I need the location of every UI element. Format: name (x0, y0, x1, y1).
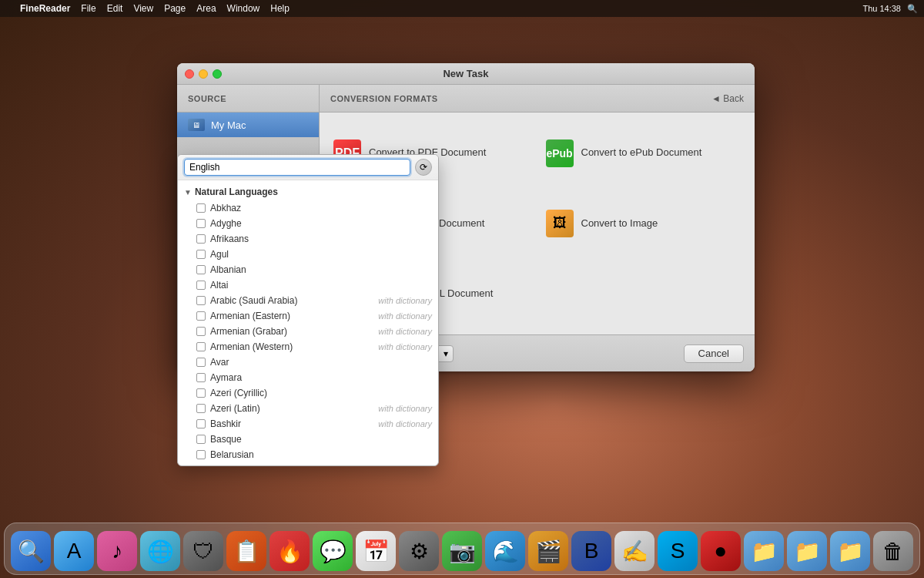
language-name: Arabic (Saudi Arabia) (210, 295, 373, 306)
language-list-item[interactable]: Azeri (Latin)with dictionary (178, 401, 438, 416)
language-list-item[interactable]: Arabic (Saudi Arabia)with dictionary (178, 293, 438, 308)
dock-icon-folder1[interactable]: 📁 (744, 531, 784, 571)
minimize-button[interactable] (199, 69, 208, 79)
cancel-button[interactable]: Cancel (684, 344, 744, 363)
dock-icon-skype[interactable]: S (658, 531, 698, 571)
dock-icon-folder2[interactable]: 📁 (787, 531, 827, 571)
language-search-button[interactable]: ⟳ (415, 159, 432, 176)
language-list-item[interactable]: Armenian (Western)with dictionary (178, 339, 438, 355)
language-list-item[interactable]: Adyghe (178, 216, 438, 231)
language-checkbox[interactable] (196, 450, 206, 459)
dock-icon-appstore[interactable]: A (54, 531, 94, 571)
language-name: Azeri (Latin) (210, 403, 373, 414)
language-name: Albanian (210, 264, 432, 275)
menu-page[interactable]: Page (164, 3, 186, 14)
content-header: CONVERSION FORMATS ◄ Back (320, 85, 755, 113)
dock-icon-folder3[interactable]: 📁 (830, 531, 870, 571)
dock-icon-red[interactable]: ● (701, 531, 741, 571)
language-checkbox[interactable] (196, 296, 206, 305)
dock-icon-settings[interactable]: ⚙ (399, 531, 439, 571)
language-checkbox[interactable] (196, 203, 206, 213)
menu-view[interactable]: View (133, 3, 153, 14)
menu-edit[interactable]: Edit (107, 3, 123, 14)
language-checkbox[interactable] (196, 311, 206, 321)
language-name: Altai (210, 280, 432, 291)
dock-icon-water[interactable]: 🌊 (485, 531, 525, 571)
menu-file[interactable]: File (81, 3, 95, 14)
format-item-img[interactable]: 🖼 Convert to Image (538, 189, 749, 257)
dock-icon-movie[interactable]: 🎬 (528, 531, 568, 571)
language-checkbox[interactable] (196, 373, 206, 382)
language-list-item[interactable]: Bashkirwith dictionary (178, 416, 438, 432)
window-titlebar: New Task (177, 63, 755, 85)
language-dict-label: with dictionary (378, 342, 432, 351)
menu-window[interactable]: Window (227, 3, 260, 14)
language-name: Agul (210, 249, 432, 260)
language-name: Aymara (210, 372, 432, 383)
dock-icon-tasks[interactable]: 📋 (226, 531, 266, 571)
language-name: Basque (210, 434, 432, 445)
menu-area[interactable]: Area (196, 3, 216, 14)
sidebar-mymac-label: My Mac (211, 119, 246, 131)
language-name: Avar (210, 357, 432, 368)
language-list-item[interactable]: Abkhaz (178, 200, 438, 216)
language-checkbox[interactable] (196, 327, 206, 336)
language-list-item[interactable]: Avar (178, 355, 438, 370)
dock-icon-itunes[interactable]: ♪ (97, 531, 137, 571)
language-checkbox[interactable] (196, 250, 206, 259)
dock-icon-finder[interactable]: 🔍 (11, 531, 51, 571)
language-group-header: ▼ Natural Languages (178, 183, 438, 200)
language-list-item[interactable]: Basque (178, 432, 438, 447)
language-list-item[interactable]: Armenian (Eastern)with dictionary (178, 308, 438, 324)
sidebar-item-mymac[interactable]: 🖥 My Mac (177, 113, 319, 137)
dock-icon-trash[interactable]: 🗑 (873, 531, 913, 571)
dock-icon-vk[interactable]: В (571, 531, 611, 571)
language-name: Bashkir (210, 418, 373, 429)
dock-icon-messages[interactable]: 💬 (313, 531, 353, 571)
language-dict-label: with dictionary (378, 404, 432, 413)
language-checkbox[interactable] (196, 281, 206, 290)
img-label: Convert to Image (581, 217, 658, 230)
dock-icon-safari[interactable]: 🌐 (140, 531, 180, 571)
language-checkbox[interactable] (196, 358, 206, 367)
dock-icon-facetime[interactable]: 📷 (442, 531, 482, 571)
language-checkbox[interactable] (196, 265, 206, 274)
language-list: ▼ Natural Languages AbkhazAdygheAfrikaan… (178, 180, 438, 465)
language-name: Armenian (Eastern) (210, 311, 373, 321)
sidebar-header: SOURCE (177, 85, 319, 113)
language-checkbox[interactable] (196, 219, 206, 228)
language-list-item[interactable]: Aymara (178, 370, 438, 385)
back-button[interactable]: ◄ Back (711, 93, 744, 104)
dock-icon-finereader[interactable]: 🔥 (270, 531, 310, 571)
language-search-input[interactable] (184, 159, 410, 176)
epub-label: Convert to ePub Document (581, 146, 702, 160)
language-popup: ⟳ ▼ Natural Languages AbkhazAdygheAfrika… (177, 154, 439, 466)
menu-help[interactable]: Help (270, 3, 290, 14)
dock-icon-security[interactable]: 🛡 (183, 531, 223, 571)
maximize-button[interactable] (213, 69, 222, 79)
language-dict-label: with dictionary (378, 311, 432, 321)
language-list-item[interactable]: Afrikaans (178, 231, 438, 247)
language-name: Adyghe (210, 218, 432, 229)
language-search-bar: ⟳ (178, 155, 438, 180)
language-list-item[interactable]: Albanian (178, 262, 438, 277)
app-name[interactable]: FineReader (20, 3, 70, 14)
language-checkbox[interactable] (196, 435, 206, 444)
language-list-item[interactable]: Agul (178, 247, 438, 262)
close-button[interactable] (185, 69, 194, 79)
language-list-item[interactable]: Belarusian (178, 447, 438, 462)
menubar: FineReader File Edit View Page Area Wind… (0, 0, 924, 17)
format-item-epub[interactable]: ePub Convert to ePub Document (538, 119, 749, 187)
language-list-item[interactable]: Armenian (Grabar)with dictionary (178, 324, 438, 339)
language-checkbox[interactable] (196, 404, 206, 413)
language-checkbox[interactable] (196, 388, 206, 398)
language-checkbox[interactable] (196, 419, 206, 428)
language-list-item[interactable]: Altai (178, 277, 438, 293)
language-checkbox[interactable] (196, 342, 206, 351)
language-checkbox[interactable] (196, 234, 206, 244)
traffic-lights (185, 69, 222, 79)
dock-icon-calendar[interactable]: 📅 (356, 531, 396, 571)
language-list-item[interactable]: Azeri (Cyrillic) (178, 385, 438, 401)
menubar-search-icon[interactable]: 🔍 (907, 4, 918, 14)
dock-icon-writer[interactable]: ✍ (614, 531, 654, 571)
